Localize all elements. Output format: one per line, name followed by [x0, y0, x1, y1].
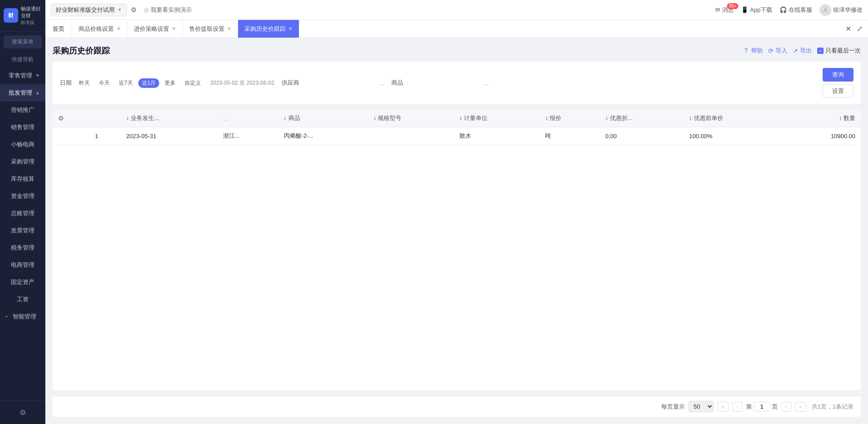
- tab-close-all-button[interactable]: ✕: [844, 23, 853, 35]
- td-number: 1: [89, 127, 121, 145]
- supplier-label: 供应商: [282, 79, 299, 87]
- notification-button[interactable]: ✉ 消息 99+: [715, 6, 734, 14]
- page-title: 采购历史价跟踪: [53, 45, 110, 56]
- date-option-1month[interactable]: 近1月: [138, 78, 160, 88]
- search-menu-button[interactable]: 搜索菜单: [4, 35, 42, 48]
- th-unit[interactable]: ↕ 计量单位: [454, 110, 540, 127]
- tab-close-product-price[interactable]: ✕: [117, 26, 121, 32]
- tab-purchase-history[interactable]: 采购历史价跟踪 ✕: [238, 20, 299, 38]
- mobile-icon: 📱: [741, 6, 748, 13]
- sidebar-item-payroll[interactable]: 工资: [0, 291, 45, 308]
- chevron-up-icon: ▲: [35, 90, 40, 95]
- sidebar-item-ecommerce[interactable]: 电商管理: [0, 256, 45, 274]
- sidebar-item-inventory[interactable]: 库存核算: [0, 170, 45, 188]
- next-page-button[interactable]: ›: [781, 402, 791, 412]
- td-vendor: 浙江...: [218, 127, 278, 145]
- sidebar-item-smart[interactable]: 智能管理: [0, 308, 45, 325]
- data-table-container: ⚙ ↕ 业务发生... ... ↕ 商品 ↕ 规格型号: [53, 110, 861, 390]
- sidebar-item-retail[interactable]: 零售管理 ▼: [0, 67, 45, 84]
- last-page-button[interactable]: »: [795, 402, 806, 412]
- export-icon: ↗: [793, 47, 798, 54]
- play-icon: ◎: [144, 6, 149, 13]
- supplier-input[interactable]: [301, 80, 377, 87]
- date-option-today[interactable]: 今天: [95, 78, 113, 88]
- topbar: 好业财标准版交付试用 ▼ ⚙ ◎ 我要看实例演示 ✉ 消息 99+ 📱 App下…: [45, 0, 868, 20]
- td-discount: 100.00%: [683, 127, 782, 145]
- sidebar-settings-button[interactable]: ⚙: [4, 405, 42, 420]
- tab-close-purchase-history[interactable]: ✕: [288, 26, 293, 32]
- message-icon: ✉: [715, 6, 720, 13]
- filter-settings-button[interactable]: 设置: [823, 84, 853, 98]
- tab-expand-button[interactable]: ⤢: [855, 23, 864, 35]
- td-pre-discount-price: 10900.00: [783, 127, 861, 145]
- sidebar-item-tax[interactable]: 税务管理: [0, 239, 45, 256]
- filter-product-group: 商品 ...: [391, 79, 488, 87]
- tab-sale-price[interactable]: 售价提取设置 ✕: [183, 20, 238, 38]
- th-spec[interactable]: ↕ 规格型号: [368, 110, 454, 127]
- query-button[interactable]: 查询: [823, 68, 853, 82]
- product-input[interactable]: [405, 80, 481, 87]
- first-page-button[interactable]: «: [717, 402, 729, 412]
- sidebar: 财 畅捷通好业财 标准版 搜索菜单 快捷导航 零售管理 ▼ 批发管理 ▲ 营销推…: [0, 0, 45, 424]
- th-pre-discount-price[interactable]: ↕ 优惠前单价: [683, 110, 782, 127]
- import-icon: ⟳: [768, 47, 774, 54]
- data-table: ⚙ ↕ 业务发生... ... ↕ 商品 ↕ 规格型号: [53, 110, 861, 145]
- sidebar-item-purchase[interactable]: 采购管理: [0, 153, 45, 170]
- td-spec: [368, 127, 454, 145]
- demo-button[interactable]: ◎ 我要看实例演示: [144, 6, 192, 14]
- page-unit: 页: [772, 403, 778, 411]
- date-option-custom[interactable]: 自定义: [181, 78, 205, 88]
- help-link[interactable]: ？ 帮助: [743, 47, 763, 55]
- th-date[interactable]: ↕ 业务发生...: [121, 110, 217, 127]
- td-date: 2023-05-31: [121, 127, 217, 145]
- th-number: [89, 110, 121, 127]
- sidebar-item-ecommerce-small[interactable]: 小畅电商: [0, 136, 45, 153]
- tab-close-purchase-strategy[interactable]: ✕: [172, 26, 176, 32]
- th-settings[interactable]: ⚙: [53, 110, 89, 127]
- th-price[interactable]: ↕ 报价: [540, 110, 600, 127]
- total-info: 共1页，1条记录: [812, 403, 853, 411]
- sidebar-item-finance[interactable]: 资金管理: [0, 188, 45, 205]
- tabbar: 首页 商品价格设置 ✕ 进价策略设置 ✕ 售价提取设置 ✕ 采购历史价跟踪 ✕ …: [45, 20, 868, 38]
- th-dots[interactable]: ...: [218, 110, 278, 127]
- logo-text: 畅捷通好业财: [21, 5, 42, 19]
- user-menu[interactable]: 人 徐泽华修改: [819, 4, 863, 16]
- date-option-7days[interactable]: 近7天: [115, 78, 137, 88]
- sidebar-item-marketing[interactable]: 营销推广: [0, 101, 45, 119]
- settings-icon[interactable]: ⚙: [131, 6, 137, 14]
- sidebar-item-sales[interactable]: 销售管理: [0, 119, 45, 136]
- tab-purchase-strategy[interactable]: 进价策略设置 ✕: [127, 20, 183, 38]
- online-service-button[interactable]: 🎧 在线客服: [780, 6, 812, 14]
- filter-date-group: 日期 昨天 今天 近7天 近1月 更多 自定义 2023-05-02 至 202…: [60, 78, 274, 88]
- topbar-right: ✉ 消息 99+ 📱 App下载 🎧 在线客服 人 徐泽华修改: [715, 4, 863, 16]
- th-discount[interactable]: ↕ 优惠折...: [600, 110, 684, 127]
- date-option-more[interactable]: 更多: [161, 78, 179, 88]
- supplier-more-icon[interactable]: ...: [379, 79, 385, 87]
- page-number-input[interactable]: [754, 402, 770, 411]
- prev-page-button[interactable]: ‹: [732, 402, 742, 412]
- app-logo: 财 畅捷通好业财 标准版: [0, 0, 45, 32]
- only-last-checkbox[interactable]: ✓ 只看最后一次: [817, 47, 861, 55]
- th-product[interactable]: ↕ 商品: [278, 110, 368, 127]
- sidebar-item-accounting[interactable]: 总账管理: [0, 205, 45, 222]
- tab-home[interactable]: 首页: [45, 20, 72, 38]
- th-quantity[interactable]: ↕ 数量: [783, 110, 861, 127]
- help-icon: ？: [743, 47, 749, 55]
- product-more-icon[interactable]: ...: [483, 79, 488, 87]
- sidebar-item-assets[interactable]: 固定资产: [0, 274, 45, 291]
- app-download-button[interactable]: 📱 App下载: [741, 6, 772, 14]
- import-link[interactable]: ⟳ 导入: [768, 47, 787, 55]
- tab-product-price[interactable]: 商品价格设置 ✕: [72, 20, 127, 38]
- export-link[interactable]: ↗ 导出: [793, 47, 812, 55]
- tab-close-sale-price[interactable]: ✕: [227, 26, 231, 32]
- environment-selector[interactable]: 好业财标准版交付试用 ▼: [51, 4, 127, 16]
- sidebar-item-wholesale[interactable]: 批发管理 ▲: [0, 84, 45, 101]
- td-unit: 散水: [454, 127, 540, 145]
- per-page-select[interactable]: 50 10 20 100: [688, 401, 714, 412]
- table-row: 1 2023-05-31 浙江... 丙烯酸-2-... 散水 吨 0.00 1…: [53, 127, 861, 145]
- quick-nav-button[interactable]: 快捷导航: [0, 52, 45, 67]
- page-label: 第: [746, 403, 752, 411]
- sidebar-item-invoice[interactable]: 发票管理: [0, 222, 45, 239]
- filter-supplier-group: 供应商 ...: [282, 79, 385, 87]
- date-option-yesterday[interactable]: 昨天: [75, 78, 93, 88]
